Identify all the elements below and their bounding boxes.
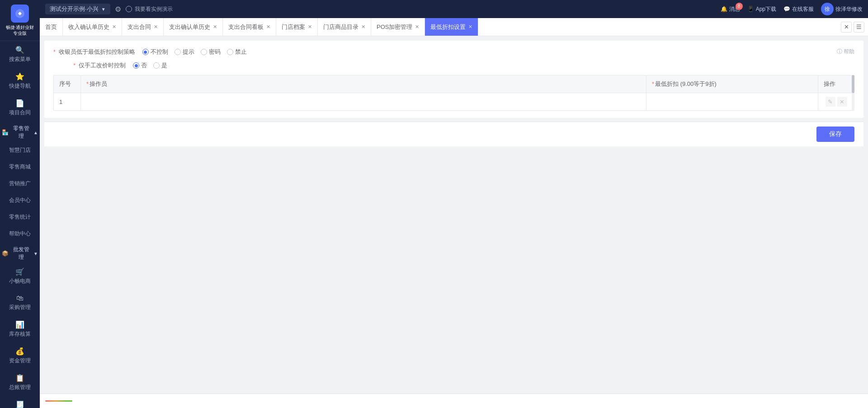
radio-circle bbox=[153, 62, 160, 69]
radio-no[interactable]: 否 bbox=[133, 61, 147, 70]
tab-store-archive[interactable]: 门店档案 ✕ bbox=[276, 18, 318, 36]
close-icon[interactable]: ✕ bbox=[213, 24, 217, 30]
sidebar-item-invoice[interactable]: 🧾 发票管理 bbox=[0, 396, 40, 408]
sidebar-item-inventory[interactable]: 📊 库存核算 bbox=[0, 316, 40, 342]
sidebar-item-ledger[interactable]: 📋 总账管理 bbox=[0, 369, 40, 396]
radio-circle bbox=[133, 62, 139, 69]
tab-expense-contract[interactable]: 支出合同 ✕ bbox=[122, 18, 164, 36]
sidebar-item-marketing[interactable]: 营销推广 bbox=[0, 175, 40, 192]
main-panel: ⓘ 帮助 * 收银员低于最低折扣控制策略 不控制 提示 bbox=[44, 41, 863, 118]
ledger-icon: 📋 bbox=[15, 374, 24, 382]
table-row: 1 ✎ ✕ bbox=[54, 93, 854, 111]
sidebar-item-help[interactable]: 帮助中心 bbox=[0, 225, 40, 242]
sidebar-item-label: 资金管理 bbox=[9, 357, 31, 365]
sidebar-sub-label: 智慧门店 bbox=[9, 146, 31, 154]
inventory-icon: 📊 bbox=[15, 320, 24, 329]
sidebar-item-label: 项目合同 bbox=[9, 109, 31, 117]
sidebar-logo: 畅捷·通好业财 专业版 bbox=[0, 0, 40, 41]
discount-table-area: 序号 *操作员 *最低折扣 (9.00等于9折) 操作 bbox=[53, 75, 854, 111]
close-icon[interactable]: ✕ bbox=[415, 24, 419, 30]
col-header-operator: *操作员 bbox=[81, 75, 646, 93]
sidebar-item-label: 搜索菜单 bbox=[9, 56, 31, 63]
sidebar-item-label: 库存核算 bbox=[9, 330, 31, 338]
tab-income-history[interactable]: 收入确认单历史 ✕ bbox=[63, 18, 122, 36]
close-icon[interactable]: ✕ bbox=[112, 24, 116, 30]
tab-expense-history[interactable]: 支出确认单历史 ✕ bbox=[164, 18, 223, 36]
radio-yes[interactable]: 是 bbox=[153, 61, 167, 70]
sidebar-sub-label: 会员中心 bbox=[9, 197, 31, 204]
cell-seq: 1 bbox=[54, 93, 81, 111]
progress-indicator bbox=[45, 400, 72, 402]
tab-pos-encrypt[interactable]: POS加密管理 ✕ bbox=[371, 18, 425, 36]
close-icon[interactable]: ✕ bbox=[468, 24, 472, 30]
user-menu[interactable]: 徐 徐泽华修改 bbox=[821, 3, 863, 15]
tab-home[interactable]: 首页 bbox=[40, 18, 63, 36]
required-marker: * bbox=[652, 80, 654, 87]
tab-min-discount[interactable]: 最低折扣设置 ✕ bbox=[425, 18, 478, 36]
user-name: 徐泽华修改 bbox=[835, 5, 863, 13]
sidebar-item-search[interactable]: 🔍 搜索菜单 bbox=[0, 41, 40, 68]
close-icon[interactable]: ✕ bbox=[154, 24, 158, 30]
project-selector[interactable]: 测试分开示例·小兴 ▼ bbox=[45, 4, 110, 14]
cell-discount bbox=[646, 93, 818, 111]
tab-close-button[interactable]: ✕ bbox=[841, 22, 852, 33]
sidebar-item-quicknav[interactable]: ⭐ 快捷导航 bbox=[0, 68, 40, 94]
topbar: 测试分开示例·小兴 ▼ ⚙ 我要看实例演示 🔔 消息 8 📱 App下载 💬 在… bbox=[40, 0, 868, 18]
table-scrollbar[interactable] bbox=[852, 75, 854, 111]
tab-expense-board[interactable]: 支出合同看板 ✕ bbox=[223, 18, 276, 36]
topbar-settings-button[interactable]: ⚙ bbox=[115, 5, 121, 14]
sidebar-item-wholesale[interactable]: 📦 批发管理 ▼ bbox=[0, 242, 40, 263]
delete-button[interactable]: ✕ bbox=[837, 97, 847, 107]
radio-remind[interactable]: 提示 bbox=[175, 48, 194, 56]
sidebar-item-funds[interactable]: 💰 资金管理 bbox=[0, 342, 40, 369]
col-header-discount: *最低折扣 (9.00等于9折) bbox=[646, 75, 818, 93]
close-icon[interactable]: ✕ bbox=[361, 24, 365, 30]
sidebar-item-retail[interactable]: 🏪 零售管理 ▲ bbox=[0, 121, 40, 142]
app-download-label: App下载 bbox=[756, 5, 776, 13]
sidebar-item-contract[interactable]: 📄 项目合同 bbox=[0, 94, 40, 121]
chevron-down-icon: ▼ bbox=[33, 251, 38, 256]
project-name: 测试分开示例·小兴 bbox=[50, 5, 99, 13]
radio-circle bbox=[175, 49, 181, 55]
sidebar-item-smart-store[interactable]: 智慧门店 bbox=[0, 142, 40, 159]
retail-label: 零售管理 bbox=[10, 125, 32, 140]
action-buttons: ✎ ✕ bbox=[824, 97, 849, 107]
sidebar-item-purchase[interactable]: 🛍 采购管理 bbox=[0, 290, 40, 316]
radio-password[interactable]: 密码 bbox=[201, 48, 221, 56]
form-row-manual-control: * 仅手工改价时控制 否 是 bbox=[53, 61, 854, 70]
chevron-down-icon: ▼ bbox=[101, 7, 106, 12]
required-marker: * bbox=[73, 62, 75, 69]
message-button[interactable]: 🔔 消息 8 bbox=[721, 5, 740, 13]
save-button[interactable]: 保存 bbox=[816, 127, 854, 142]
tab-label: 支出确认单历史 bbox=[169, 23, 210, 31]
sidebar-item-member[interactable]: 会员中心 bbox=[0, 192, 40, 209]
edit-button[interactable]: ✎ bbox=[826, 97, 835, 107]
online-service-label: 在线客服 bbox=[792, 5, 814, 13]
demo-link[interactable]: 我要看实例演示 bbox=[126, 5, 173, 13]
sidebar-item-label: 总账管理 bbox=[9, 384, 31, 391]
help-link[interactable]: ⓘ 帮助 bbox=[837, 48, 854, 56]
sidebar-sub-label: 零售商城 bbox=[9, 163, 31, 171]
message-badge: 8 bbox=[736, 3, 743, 10]
chevron-up-icon: ▲ bbox=[33, 130, 38, 135]
sidebar-item-online-mall[interactable]: 零售商城 bbox=[0, 159, 40, 175]
tab-store-catalog[interactable]: 门店商品目录 ✕ bbox=[318, 18, 371, 36]
online-service-button[interactable]: 💬 在线客服 bbox=[783, 5, 814, 13]
close-icon[interactable]: ✕ bbox=[266, 24, 270, 30]
topbar-right: 🔔 消息 8 📱 App下载 💬 在线客服 徐 徐泽华修改 bbox=[721, 3, 863, 15]
tab-menu-button[interactable]: ☰ bbox=[854, 22, 864, 33]
close-icon[interactable]: ✕ bbox=[308, 24, 312, 30]
sidebar-item-retail-stats[interactable]: 零售统计 bbox=[0, 209, 40, 225]
radio-no-control[interactable]: 不控制 bbox=[142, 48, 168, 56]
app-download-button[interactable]: 📱 App下载 bbox=[747, 5, 776, 13]
sidebar-item-ecommerce[interactable]: 🛒 小畅电商 bbox=[0, 263, 40, 290]
manual-control-radio-group: 否 是 bbox=[133, 61, 167, 70]
ecommerce-icon: 🛒 bbox=[15, 267, 24, 276]
sidebar-sub-label: 营销推广 bbox=[9, 180, 31, 188]
col-header-seq: 序号 bbox=[54, 75, 81, 93]
tab-label: 门店档案 bbox=[282, 23, 305, 31]
radio-forbid[interactable]: 禁止 bbox=[227, 48, 247, 56]
demo-label: 我要看实例演示 bbox=[135, 5, 173, 13]
strategy-radio-group: 不控制 提示 密码 禁止 bbox=[142, 48, 247, 56]
help-icon: ⓘ bbox=[837, 48, 842, 56]
